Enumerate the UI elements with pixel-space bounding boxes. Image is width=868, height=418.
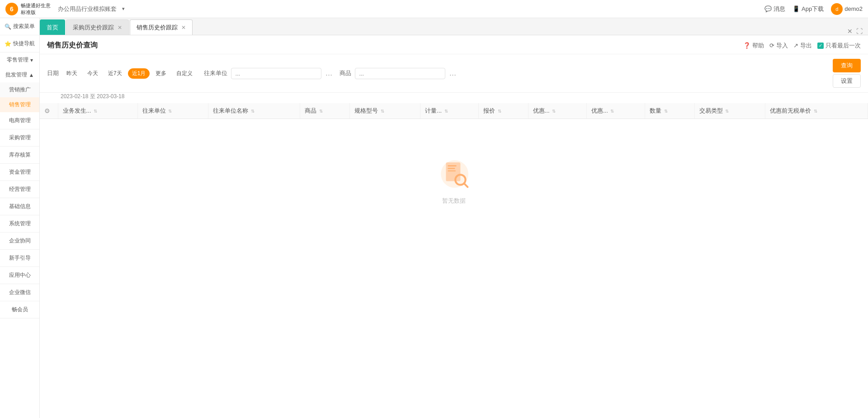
sidebar-item-sales[interactable]: 销售管理	[0, 97, 39, 112]
sidebar-item-purchase[interactable]: 采购管理	[0, 129, 39, 147]
th-business-date[interactable]: 业务发生... ⇅	[58, 103, 137, 119]
th-discount2[interactable]: 优惠... ⇅	[586, 103, 645, 119]
th-quote[interactable]: 报价 ⇅	[479, 103, 528, 119]
sort-quote: ⇅	[498, 109, 501, 114]
content-area: 首页 采购历史价跟踪 ✕ 销售历史价跟踪 ✕ ✕ ⛶ 销售历史价查询	[40, 18, 868, 418]
date-btn-last1month[interactable]: 近1月	[128, 68, 150, 79]
page-header-actions: ❓ 帮助 ⟳ 导入 ↗ 导出 ✓ 只看最后一次	[743, 42, 861, 50]
partner-more-dots[interactable]: …	[325, 69, 332, 77]
product-filter-group: 商品 …	[340, 68, 456, 79]
filter-bar: 日期 昨天 今天 近7天 近1月 更多 自定义 往来单位 …	[40, 54, 868, 93]
tab-home-label: 首页	[47, 24, 58, 32]
th-transaction-type-label: 交易类型	[699, 107, 723, 114]
help-button[interactable]: ❓ 帮助	[743, 42, 764, 50]
sidebar-item-search[interactable]: 🔍 搜索菜单	[0, 18, 39, 35]
only-last-checkbox[interactable]: ✓ 只看最后一次	[817, 42, 861, 50]
sort-pre-tax-price: ⇅	[814, 109, 817, 114]
th-partner-code-label: 往来单位	[142, 107, 166, 114]
app-download-button[interactable]: 📱 App下载	[793, 5, 824, 13]
sidebar-label-shortcut: 快捷导航	[13, 40, 35, 48]
sidebar-item-basic[interactable]: 基础信息	[0, 198, 39, 215]
sidebar-label-enterprise: 企业协同	[9, 237, 31, 245]
tab-sales-history[interactable]: 销售历史价跟踪 ✕	[130, 19, 193, 35]
th-pre-tax-price[interactable]: 优惠前无税单价 ⇅	[765, 103, 868, 119]
logo-area: 6 畅捷通好生意 标准版	[5, 2, 51, 15]
tab-purchase-history-close[interactable]: ✕	[118, 24, 122, 31]
sidebar-item-retail[interactable]: 零售管理 ▾	[0, 52, 39, 67]
th-discount1[interactable]: 优惠... ⇅	[528, 103, 586, 119]
sort-product: ⇅	[319, 109, 323, 114]
sidebar-item-guide[interactable]: 新手引导	[0, 250, 39, 267]
sidebar-item-wholesale[interactable]: 批发管理 ▲	[0, 67, 39, 82]
user-avatar-area[interactable]: d demo2	[831, 3, 863, 15]
th-product[interactable]: 商品 ⇅	[300, 103, 349, 119]
svg-line-6	[464, 183, 467, 187]
message-button[interactable]: 💬 消息	[764, 5, 785, 13]
sidebar-item-app-center[interactable]: 应用中心	[0, 267, 39, 284]
table-settings-icon[interactable]: ⚙	[44, 107, 50, 114]
data-table: ⚙ 业务发生... ⇅ 往来单位 ⇅ 往来单位名称	[40, 103, 868, 119]
sort-discount2: ⇅	[610, 109, 614, 114]
date-btn-more[interactable]: 更多	[151, 68, 170, 79]
wholesale-arrow: ▲	[29, 72, 34, 78]
date-btn-last7days[interactable]: 近7天	[104, 68, 126, 79]
sidebar-item-marketing[interactable]: 营销推广	[0, 82, 39, 97]
th-transaction-type[interactable]: 交易类型 ⇅	[694, 103, 765, 119]
th-settings: ⚙	[40, 103, 58, 119]
date-range-display: 2023-02-18 至 2023-03-18	[40, 93, 868, 103]
th-quantity[interactable]: 数量 ⇅	[645, 103, 694, 119]
sidebar-label-wechat: 企业微信	[9, 289, 31, 296]
sidebar-item-inventory[interactable]: 库存核算	[0, 147, 39, 164]
svg-rect-4	[448, 171, 456, 171]
tab-purchase-history[interactable]: 采购历史价跟踪 ✕	[66, 19, 129, 35]
shortcut-icon: ⭐	[5, 41, 11, 47]
product-input[interactable]	[355, 68, 445, 79]
sidebar-label-system: 系统管理	[9, 220, 31, 228]
import-button[interactable]: ⟳ 导入	[769, 42, 788, 50]
sort-unit: ⇅	[444, 109, 448, 114]
tab-bar: 首页 采购历史价跟踪 ✕ 销售历史价跟踪 ✕ ✕ ⛶	[40, 18, 868, 35]
partner-input[interactable]	[231, 68, 321, 79]
date-btn-today[interactable]: 今天	[83, 68, 102, 79]
tab-home[interactable]: 首页	[40, 19, 65, 35]
tab-close-all-button[interactable]: ✕	[847, 28, 853, 35]
th-partner-code[interactable]: 往来单位 ⇅	[137, 103, 208, 119]
sidebar-item-enterprise[interactable]: 企业协同	[0, 233, 39, 250]
th-quantity-label: 数量	[650, 107, 661, 114]
tab-actions: ✕ ⛶	[842, 28, 868, 35]
date-buttons: 昨天 今天 近7天 近1月 更多 自定义	[62, 68, 197, 79]
settings-button[interactable]: 设置	[833, 74, 861, 88]
sidebar-item-operation[interactable]: 经营管理	[0, 181, 39, 198]
sidebar-item-member[interactable]: 畅会员	[0, 301, 39, 318]
username: demo2	[844, 5, 863, 12]
tab-fullscreen-button[interactable]: ⛶	[856, 28, 863, 35]
th-pre-tax-price-label: 优惠前无税单价	[770, 107, 811, 114]
tab-sales-history-close[interactable]: ✕	[181, 24, 186, 31]
sidebar: 🔍 搜索菜单 ⭐ 快捷导航 零售管理 ▾ 批发管理 ▲ 营销推广 销售管理 电商…	[0, 18, 40, 418]
table-area: ⚙ 业务发生... ⇅ 往来单位 ⇅ 往来单位名称	[40, 103, 868, 418]
search-icon: 🔍	[5, 24, 11, 30]
sidebar-item-wechat[interactable]: 企业微信	[0, 284, 39, 301]
avatar: d	[831, 3, 843, 15]
logo-icon: 6	[5, 3, 18, 15]
date-btn-yesterday[interactable]: 昨天	[62, 68, 81, 79]
export-button[interactable]: ↗ 导出	[793, 42, 812, 50]
th-spec[interactable]: 规格型号 ⇅	[349, 103, 420, 119]
date-label: 日期	[47, 69, 59, 77]
app-title-dropdown[interactable]: ▾	[122, 6, 125, 12]
th-partner-name[interactable]: 往来单位名称 ⇅	[208, 103, 300, 119]
svg-rect-3	[448, 168, 455, 169]
partner-label: 往来单位	[204, 69, 227, 77]
app-title: 办公用品行业模拟账套	[58, 5, 117, 13]
product-more-dots[interactable]: …	[449, 69, 456, 77]
th-unit[interactable]: 计量... ⇅	[420, 103, 479, 119]
sidebar-label-app-center: 应用中心	[9, 271, 31, 279]
query-button[interactable]: 查询	[833, 59, 861, 72]
sidebar-item-shortcut[interactable]: ⭐ 快捷导航	[0, 35, 39, 52]
svg-rect-2	[448, 165, 456, 166]
th-partner-name-label: 往来单位名称	[213, 107, 248, 114]
sidebar-item-finance[interactable]: 资金管理	[0, 164, 39, 181]
sidebar-item-system[interactable]: 系统管理	[0, 215, 39, 233]
date-btn-custom[interactable]: 自定义	[172, 68, 197, 79]
sidebar-item-ecommerce[interactable]: 电商管理	[0, 112, 39, 129]
